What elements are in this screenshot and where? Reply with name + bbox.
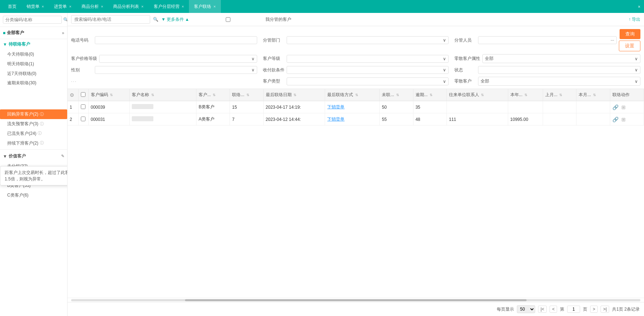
select-all-checkbox[interactable] xyxy=(81,92,85,97)
nav-product-list-close[interactable]: × xyxy=(141,4,143,9)
th-unit-contact[interactable]: 往来单位联系人 ⇅ xyxy=(446,89,508,101)
retail-customer-select[interactable]: 全部 ∨ xyxy=(478,77,640,86)
first-page-btn[interactable]: |< xyxy=(538,306,547,313)
payment-select[interactable]: ∨ xyxy=(287,66,449,74)
info-icon-1: ⓘ xyxy=(40,121,44,127)
search-input[interactable] xyxy=(71,15,150,24)
sidebar-item-today[interactable]: 今天待联络(0) xyxy=(0,49,67,59)
prev-page-btn[interactable]: < xyxy=(550,306,557,313)
sidebar-collapse-icon[interactable]: » xyxy=(62,30,64,36)
th-last-month[interactable]: 上月... ⇅ xyxy=(543,89,576,101)
gender-select[interactable]: ∨ xyxy=(95,66,257,74)
cell-this-month xyxy=(576,113,610,126)
cell-contact: 15 xyxy=(230,101,263,113)
th-last-way[interactable]: 最后联络方式 ⇅ xyxy=(325,89,380,101)
sidebar: 🔍 ■ 全部客户 » ▼ 待联络客户 今天待联络(0) 明天待联络(1) 近7天… xyxy=(0,13,68,316)
nav-product-list[interactable]: 商品分析列表 × xyxy=(108,0,148,13)
sidebar-item-churn-warning[interactable]: 流失预警客户(3) ⓘ xyxy=(0,119,67,129)
settings-gear-icon[interactable]: ⚙ xyxy=(70,92,74,98)
th-this-year[interactable]: 本年... ⇅ xyxy=(508,89,543,101)
nav-sales-close[interactable]: × xyxy=(42,4,44,9)
last-page-btn[interactable]: >| xyxy=(601,306,609,313)
page-input[interactable] xyxy=(567,306,580,313)
sidebar-item-7days[interactable]: 近7天待联络(0) xyxy=(0,69,67,79)
last-way-link-1[interactable]: 下销货单 xyxy=(327,117,344,122)
nav-customer-segment-close[interactable]: × xyxy=(182,4,184,9)
sort-icon-date: ⇅ xyxy=(293,93,296,97)
th-code[interactable]: 客户编码 ⇅ xyxy=(88,89,130,101)
row-checkbox-1[interactable] xyxy=(81,117,85,121)
top-nav: 首页 销货单 × 进货单 × 商品分析 × 商品分析列表 × 客户分层经营 × … xyxy=(0,0,644,13)
setting-button[interactable]: 设置 xyxy=(619,41,640,51)
sidebar-item-churned[interactable]: 已流失客户(24) ⓘ xyxy=(0,129,67,138)
edit-icon[interactable]: ✎ xyxy=(61,154,64,159)
sidebar-item-repurchase-anomaly[interactable]: 回购异常客户(2) ⓘ xyxy=(0,109,67,119)
th-contact[interactable]: 联络... ⇅ xyxy=(230,89,263,101)
sidebar-item-overdue[interactable]: 逾期未联络(30) xyxy=(0,78,67,88)
filter-icon: ▼ xyxy=(161,17,166,22)
sidebar-item-declining[interactable]: 持续下滑客户(2) ⓘ xyxy=(0,138,67,148)
more-conditions-btn[interactable]: ▼ 更多条件 ▲ xyxy=(161,16,189,23)
th-settings: ⚙ xyxy=(68,89,78,101)
cell-last-way[interactable]: 下销货单 xyxy=(325,113,380,126)
customer-grade-select[interactable]: ∨ xyxy=(287,55,449,63)
cell-index: 1 xyxy=(68,101,78,113)
customer-type-select[interactable]: ∨ xyxy=(287,77,449,85)
nav-customer-contact-close[interactable]: × xyxy=(213,4,216,9)
nav-customer-segment[interactable]: 客户分层经营 × xyxy=(149,0,189,13)
filter-customer-grade-row: 客户等级 ∨ xyxy=(263,54,449,63)
retail-attr-select[interactable]: 全部 ∨ xyxy=(482,54,640,63)
value-section-arrow: ▼ xyxy=(3,154,7,159)
price-grade-select[interactable]: ∨ xyxy=(99,55,257,63)
action-grid-icon-0[interactable]: ⊞ xyxy=(621,104,626,110)
phone-input[interactable] xyxy=(95,36,257,44)
chevron-down-icon-4: ∨ xyxy=(635,56,638,61)
next-page-btn[interactable]: > xyxy=(590,306,598,313)
nav-purchase-close[interactable]: × xyxy=(69,4,71,9)
th-unread[interactable]: 未联... ⇅ xyxy=(380,89,413,101)
cell-last-way[interactable]: 下销货单 xyxy=(325,101,380,113)
action-link-icon-0[interactable]: 🔗 xyxy=(612,104,618,110)
th-overdue[interactable]: 逾期... ⇅ xyxy=(413,89,446,101)
filter-search-icon[interactable]: 🔍 xyxy=(153,17,158,22)
my-customers-label[interactable]: 我分管的客户 xyxy=(192,16,291,23)
sidebar-item-tomorrow[interactable]: 明天待联络(1) xyxy=(0,59,67,69)
query-button[interactable]: 查询 xyxy=(620,29,640,39)
th-name[interactable]: 客户名称 ⇅ xyxy=(130,89,196,101)
nav-purchase[interactable]: 进货单 × xyxy=(49,0,76,13)
th-this-month[interactable]: 本月... ⇅ xyxy=(576,89,610,101)
sidebar-search-icon[interactable]: 🔍 xyxy=(63,17,68,22)
nav-close-all[interactable]: × xyxy=(638,3,640,10)
sidebar-section-pending[interactable]: ▼ 待联络客户 xyxy=(0,39,67,49)
nav-product-analysis[interactable]: 商品分析 × xyxy=(77,0,108,13)
cell-last-date: 2023-04-17 14:19: xyxy=(263,101,325,113)
my-customers-checkbox[interactable] xyxy=(192,17,264,22)
cell-this-month xyxy=(576,101,610,113)
last-way-link-0[interactable]: 下销货单 xyxy=(327,104,344,109)
cell-name xyxy=(130,113,196,126)
export-icon: ↑ xyxy=(629,17,631,22)
sidebar-all-customers[interactable]: ■ 全部客户 » xyxy=(0,27,67,39)
sidebar-value-customers-header[interactable]: ▼ 价值客户 ✎ xyxy=(0,151,67,161)
row-checkbox-0[interactable] xyxy=(81,104,85,109)
cell-checkbox xyxy=(78,113,88,126)
filter-payment-row: 收付款条件 ∨ xyxy=(263,66,449,74)
export-btn[interactable]: ↑ 导出 xyxy=(629,16,640,23)
nav-sales[interactable]: 销货单 × xyxy=(22,0,49,13)
per-page-select[interactable]: 50 100 xyxy=(517,305,535,313)
nav-customer-contact[interactable]: 客户联络 × xyxy=(189,0,221,13)
action-link-icon-1[interactable]: 🔗 xyxy=(612,117,618,122)
more-dots[interactable]: ··· xyxy=(71,79,77,84)
status-select[interactable]: ∨ xyxy=(478,66,640,74)
sidebar-search-input[interactable] xyxy=(3,16,62,24)
dept-select[interactable]: ∨ xyxy=(287,36,449,44)
horizontal-scrollbar[interactable] xyxy=(68,298,644,302)
th-last-date[interactable]: 最后联络日期 ⇅ xyxy=(263,89,325,101)
scrollbar-thumb[interactable] xyxy=(185,299,527,301)
nav-product-analysis-close[interactable]: × xyxy=(101,4,103,9)
action-grid-icon-1[interactable]: ⊞ xyxy=(621,117,626,122)
manager-select[interactable]: ··· xyxy=(478,36,617,44)
nav-home[interactable]: 首页 xyxy=(3,0,22,13)
sidebar-item-class-c[interactable]: C类客户(6) xyxy=(0,190,67,200)
th-category[interactable]: 客户... ⇅ xyxy=(196,89,230,101)
